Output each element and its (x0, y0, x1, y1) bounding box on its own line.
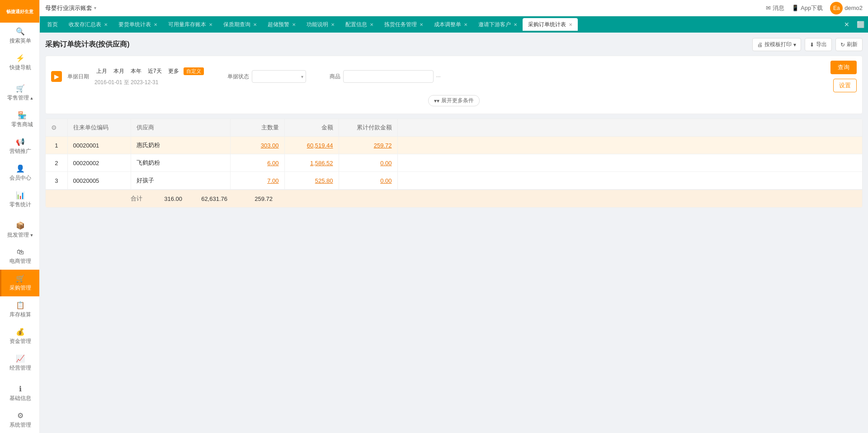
settings-button[interactable]: 设置 (833, 79, 857, 92)
tab-close-icon[interactable]: ✕ (420, 22, 423, 27)
tab-pick-task[interactable]: 拣货任务管理 ✕ (379, 18, 429, 31)
export-label: 导出 (816, 41, 827, 48)
sidebar-item-marketing[interactable]: 📢 营销推广 (0, 133, 40, 160)
cell-amount: 60,519.44 (284, 137, 339, 154)
status-filter-group: 单据状态 (227, 70, 306, 83)
cell-qty: 7.00 (230, 172, 284, 190)
tab-overstock-alert[interactable]: 超储预警 ✕ (262, 18, 301, 31)
cell-code: 00020005 (67, 172, 131, 190)
sidebar-item-ecommerce[interactable]: 🛍 电商管理 (0, 243, 40, 270)
table-header-row: ⚙ 往来单位编码 供应商 主数量 金额 累计付款金额 (46, 119, 862, 137)
tab-close-icon[interactable]: ✕ (464, 22, 467, 27)
tab-close-icon[interactable]: ✕ (104, 22, 108, 27)
tab-invite-downstream[interactable]: 邀请下游客户 ✕ (473, 18, 523, 31)
print-icon: 🖨 (757, 42, 763, 48)
sidebar-item-basic-info[interactable]: ℹ 基础信息 (0, 380, 40, 407)
tab-label: 拣货任务管理 (384, 21, 417, 29)
expand-more-row: ▾▾ 展开更多条件 (51, 92, 857, 109)
sidebar-item-label: 零售商城 (11, 121, 33, 128)
date-option-7days[interactable]: 近7天 (146, 67, 164, 76)
stat-icon: 📊 (16, 191, 25, 200)
table-row[interactable]: 3 00020005 好孩子 7.00 525.80 0.00 (46, 172, 862, 190)
user-profile[interactable]: Ea demo2 (830, 2, 863, 14)
ecommerce-icon: 🛍 (17, 248, 24, 256)
cell-supplier: 好孩子 (131, 172, 230, 190)
sidebar-item-quick-nav[interactable]: ⚡ 快捷导航 (0, 49, 40, 76)
date-option-more[interactable]: 更多 (166, 67, 181, 76)
tab-close-icon[interactable]: ✕ (514, 22, 517, 27)
date-option-this-year[interactable]: 本年 (129, 67, 143, 76)
tab-close-icon[interactable]: ✕ (569, 22, 572, 27)
app-download-label: App下载 (801, 4, 823, 12)
tab-close-icon[interactable]: ✕ (370, 22, 373, 27)
sidebar-item-retail[interactable]: 🛒 零售管理▲ (0, 80, 40, 106)
wholesale-icon: 📦 (16, 221, 25, 230)
maximize-tab-button[interactable]: ⬜ (855, 21, 866, 28)
sidebar-item-inventory[interactable]: 📋 库存核算 (0, 296, 40, 323)
th-amount: 金额 (284, 119, 339, 137)
filter-toggle-button[interactable]: ▶ (51, 71, 62, 82)
workspace-selector[interactable]: 母婴行业演示账套 ▾ (45, 4, 96, 12)
date-option-last-month[interactable]: 上月 (94, 67, 109, 76)
tab-available-stock[interactable]: 可用量库存账本 ✕ (163, 18, 218, 31)
sidebar-item-finance[interactable]: 💰 资金管理 (0, 323, 40, 350)
inventory-icon: 📋 (16, 301, 25, 309)
date-options: 上月 本月 本年 近7天 更多 自定义 (94, 67, 204, 76)
tab-label: 邀请下游客户 (478, 21, 511, 29)
cell-amount: 1,586.52 (284, 154, 339, 172)
sidebar-item-member[interactable]: 👤 会员中心 (0, 160, 40, 186)
goods-more-icon[interactable]: ··· (436, 73, 441, 80)
filter-actions: 查询 设置 (830, 61, 857, 92)
export-button[interactable]: ⬇ 导出 (805, 38, 832, 51)
sidebar-item-retail-mall[interactable]: 🏪 零售商城 (0, 106, 40, 133)
tab-receive-summary[interactable]: 收发存汇总表 ✕ (63, 18, 113, 31)
expand-more-button[interactable]: ▾▾ 展开更多条件 (428, 95, 480, 106)
status-select[interactable] (252, 70, 306, 83)
tab-goods-summary[interactable]: 要货单统计表 ✕ (113, 18, 163, 31)
filter-row-1: ▶ 单据日期 上月 本月 本年 近7天 更多 自定义 2016-01-01 至 … (51, 61, 857, 92)
query-button[interactable]: 查询 (830, 61, 857, 74)
app-logo: 畅捷通好生意 (0, 0, 40, 23)
cell-qty: 303.00 (230, 137, 284, 154)
th-rest (397, 119, 862, 137)
date-custom-badge[interactable]: 自定义 (184, 67, 204, 75)
tab-purchase-summary[interactable]: 采购订单统计表 ✕ (523, 18, 578, 31)
sidebar-item-search[interactable]: 🔍 搜索英单 (0, 23, 40, 49)
cell-rest (397, 137, 862, 154)
refresh-button[interactable]: ↻ 刷新 (835, 38, 863, 51)
goods-input[interactable] (343, 70, 434, 83)
finance-icon: 💰 (16, 328, 25, 336)
tab-cost-adjust[interactable]: 成本调整单 ✕ (429, 18, 473, 31)
tab-label: 配置信息 (345, 21, 367, 29)
tab-close-icon[interactable]: ✕ (154, 22, 157, 27)
tab-close-icon[interactable]: ✕ (331, 22, 335, 27)
sidebar-item-label: 基础信息 (9, 395, 31, 402)
date-option-this-month[interactable]: 本月 (112, 67, 126, 76)
cell-paid: 0.00 (339, 154, 397, 172)
cell-seq: 3 (46, 172, 67, 190)
sidebar-item-purchase[interactable]: 🛒 采购管理 (0, 270, 40, 296)
goods-filter-label: 商品 (330, 73, 340, 81)
column-settings-icon[interactable]: ⚙ (51, 124, 57, 131)
tab-config-info[interactable]: 配置信息 ✕ (340, 18, 379, 31)
tab-close-icon[interactable]: ✕ (253, 22, 257, 27)
tab-home[interactable]: 首页 (42, 18, 63, 31)
app-download-button[interactable]: 📱 App下载 (792, 4, 823, 12)
refresh-label: 刷新 (847, 41, 858, 48)
sidebar-item-system[interactable]: ⚙ 系统管理 (0, 407, 40, 433)
cell-code: 00020002 (67, 154, 131, 172)
table-row[interactable]: 2 00020002 飞鹤奶粉 6.00 1,586.52 0.00 (46, 154, 862, 172)
tab-expiry-query[interactable]: 保质期查询 ✕ (218, 18, 262, 31)
tab-function-desc[interactable]: 功能说明 ✕ (301, 18, 340, 31)
sidebar-item-operation[interactable]: 📈 经营管理 (0, 350, 40, 376)
tab-close-icon[interactable]: ✕ (292, 22, 296, 27)
table-row[interactable]: 1 00020001 惠氏奶粉 303.00 60,519.44 259.72 (46, 137, 862, 154)
message-button[interactable]: ✉ 消息 (766, 4, 784, 12)
tab-label: 功能说明 (307, 21, 328, 29)
sidebar-item-retail-stat[interactable]: 📊 零售统计 (0, 186, 40, 213)
sidebar-item-wholesale[interactable]: 📦 批发管理▼ (0, 217, 40, 243)
tab-close-icon[interactable]: ✕ (209, 22, 212, 27)
close-tab-button[interactable]: ✕ (842, 21, 851, 28)
print-button[interactable]: 🖨 按模板打印 ▾ (752, 38, 801, 51)
lightning-icon: ⚡ (16, 54, 25, 62)
